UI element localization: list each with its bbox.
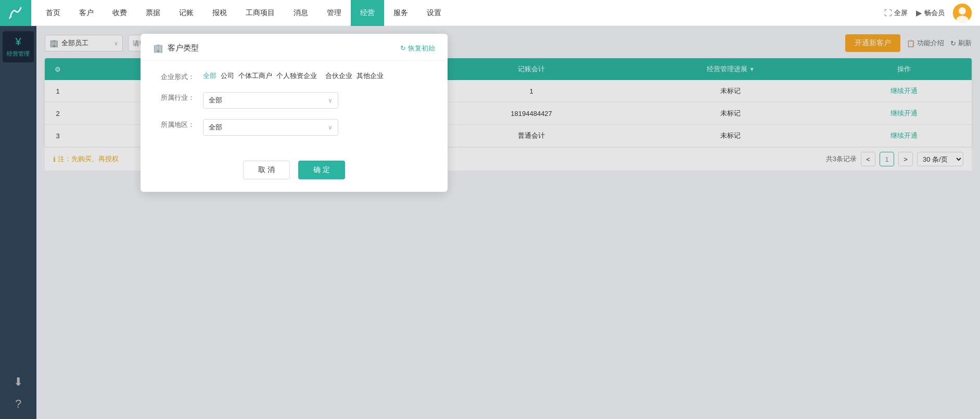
region-select[interactable]: 全部 ∨ <box>203 119 338 136</box>
nav-right: ⛶ 全屏 ▶ 畅会员 <box>884 4 972 22</box>
industry-dropdown-arrow-icon: ∨ <box>328 97 333 104</box>
modal-title-icon: 🏢 <box>153 43 163 53</box>
sidebar-item-operation[interactable]: ¥ 经营管理 <box>3 31 34 62</box>
sidebar-item-label: 经营管理 <box>7 50 30 58</box>
industry-form-value: 全部 ∨ <box>203 92 435 109</box>
fullscreen-icon: ⛶ <box>884 8 892 17</box>
modal-body: 企业形式： 全部 公司 个体工商户 个人独资企业 合伙企业 其他企业 所属行业： <box>141 61 448 156</box>
svg-point-1 <box>959 7 966 15</box>
vip-btn[interactable]: ▶ 畅会员 <box>916 8 945 18</box>
layout: ¥ 经营管理 ⬇ ? 🏢 全部员工 ∨ 🔍 筛选 ∧ 开通新客 <box>0 26 980 419</box>
vip-icon: ▶ <box>916 8 922 18</box>
nav-settings[interactable]: 设置 <box>417 0 451 26</box>
logo[interactable] <box>0 0 31 26</box>
modal-title-text: 客户类型 <box>168 43 199 53</box>
enterprise-type-other[interactable]: 其他企业 <box>357 71 384 81</box>
enterprise-type-all[interactable]: 全部 <box>203 71 217 81</box>
main-content: 🏢 全部员工 ∨ 🔍 筛选 ∧ 开通新客户 📋 功能介绍 ↻ <box>36 26 980 419</box>
enterprise-type-partnership[interactable]: 合伙企业 <box>325 71 352 81</box>
modal-overlay: 🏢 客户类型 ↻ 恢复初始 企业形式： 全部 公司 个体工商户 <box>36 26 980 419</box>
operation-icon: ¥ <box>15 36 21 48</box>
region-form-row: 所属地区： 全部 ∨ <box>153 119 435 136</box>
enterprise-form-value: 全部 公司 个体工商户 个人独资企业 合伙企业 其他企业 <box>203 71 435 81</box>
modal-header: 🏢 客户类型 ↻ 恢复初始 <box>141 34 448 61</box>
industry-select[interactable]: 全部 ∨ <box>203 92 338 109</box>
enterprise-form-label: 企业形式： <box>153 71 195 82</box>
nav-tax[interactable]: 报税 <box>203 0 236 26</box>
modal-title: 🏢 客户类型 <box>153 43 199 53</box>
enterprise-form-row: 企业形式： 全部 公司 个体工商户 个人独资企业 合伙企业 其他企业 <box>153 71 435 82</box>
reset-icon: ↻ <box>400 44 406 52</box>
fullscreen-label: 全屏 <box>894 8 908 18</box>
modal-reset-label: 恢复初始 <box>408 44 435 53</box>
nav-home[interactable]: 首页 <box>36 0 70 26</box>
vip-label: 畅会员 <box>924 8 945 18</box>
modal-footer: 取 消 确 定 <box>141 156 448 179</box>
sidebar-bottom: ⬇ ? <box>14 375 23 411</box>
nav-business[interactable]: 工商项目 <box>236 0 284 26</box>
enterprise-type-self-employed[interactable]: 个体工商户 <box>238 71 272 81</box>
region-dropdown-arrow-icon: ∨ <box>328 124 333 131</box>
enterprise-type-sole-prop[interactable]: 个人独资企业 <box>276 71 317 81</box>
nav-service[interactable]: 服务 <box>384 0 417 26</box>
help-icon[interactable]: ? <box>15 397 21 411</box>
region-form-label: 所属地区： <box>153 119 195 129</box>
nav-accounting[interactable]: 记账 <box>170 0 203 26</box>
modal-reset-btn[interactable]: ↻ 恢复初始 <box>400 44 435 53</box>
download-icon[interactable]: ⬇ <box>14 375 23 389</box>
avatar[interactable] <box>953 4 972 22</box>
enterprise-type-company[interactable]: 公司 <box>221 71 234 81</box>
filter-modal: 🏢 客户类型 ↻ 恢复初始 企业形式： 全部 公司 个体工商户 <box>141 34 448 192</box>
nav-customer[interactable]: 客户 <box>70 0 103 26</box>
region-form-value: 全部 ∨ <box>203 119 435 136</box>
top-nav: 首页 客户 收费 票据 记账 报税 工商项目 消息 管理 经营 服务 设置 ⛶ … <box>0 0 980 26</box>
fullscreen-btn[interactable]: ⛶ 全屏 <box>884 8 908 18</box>
nav-items: 首页 客户 收费 票据 记账 报税 工商项目 消息 管理 经营 服务 设置 <box>36 0 884 26</box>
sidebar: ¥ 经营管理 ⬇ ? <box>0 26 36 419</box>
industry-form-row: 所属行业： 全部 ∨ <box>153 92 435 109</box>
cancel-button[interactable]: 取 消 <box>243 161 290 179</box>
industry-select-value: 全部 <box>209 96 222 105</box>
nav-message[interactable]: 消息 <box>284 0 317 26</box>
confirm-button[interactable]: 确 定 <box>298 161 345 179</box>
nav-operation[interactable]: 经营 <box>351 0 384 26</box>
nav-billing[interactable]: 收费 <box>103 0 136 26</box>
nav-invoice[interactable]: 票据 <box>136 0 170 26</box>
industry-form-label: 所属行业： <box>153 92 195 102</box>
nav-manage[interactable]: 管理 <box>317 0 351 26</box>
region-select-value: 全部 <box>209 123 222 132</box>
